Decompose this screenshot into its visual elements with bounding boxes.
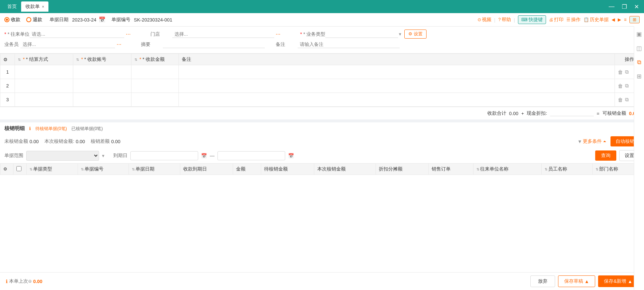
sidebar-icon-3[interactable]: ⧉ xyxy=(636,58,643,67)
sidebar-icon-1[interactable]: ▣ xyxy=(635,29,643,39)
col-checkbox-header[interactable] xyxy=(13,164,27,175)
tab-active[interactable]: 收款单 × xyxy=(21,1,48,12)
restore-button[interactable]: ❐ xyxy=(620,3,629,11)
biz-type-input[interactable]: 预收款 xyxy=(325,31,398,38)
cell-account-1[interactable] xyxy=(73,65,131,79)
cell-account-3[interactable] xyxy=(73,93,131,107)
sidebar-icon-2[interactable]: ◫ xyxy=(635,43,643,53)
discount-input[interactable] xyxy=(550,110,594,116)
layout-btn[interactable]: ≡ xyxy=(624,17,627,22)
biz-type-label: * 业务类型 xyxy=(300,31,325,38)
select-all-checkbox[interactable] xyxy=(16,166,21,171)
table-row: 1 🗑 ⧉ xyxy=(0,65,644,79)
video-link[interactable]: ⊙ 视频 xyxy=(478,16,491,23)
col-gear-bottom[interactable]: ⚙ xyxy=(0,164,13,175)
this-reconcile-val: 0.00 xyxy=(76,139,85,144)
nav-left-btn[interactable]: ◀ xyxy=(612,17,615,22)
doc-no-value: SK-20230324-001 xyxy=(134,17,173,23)
receipt-table: ⚙ ⇅ * 结算方式 ⇅ * 收款账号 ⇅ * 收款金额 xyxy=(0,54,644,107)
radio-refund-label: 退款 xyxy=(33,16,42,23)
cell-settlement-2[interactable] xyxy=(15,79,73,93)
radio-refund-circle xyxy=(26,17,31,22)
row-num-1: 1 xyxy=(0,65,15,79)
col-counterpart-header: ⇅往来单位名称 xyxy=(474,164,542,175)
toolbar-row: 收款 退款 单据日期 2023-03-24 📅 单据编号 SK-20230324… xyxy=(0,13,644,27)
radio-refund[interactable]: 退款 xyxy=(26,16,42,23)
sidebar-icon-4[interactable]: ⊞ xyxy=(635,71,643,81)
due-date-start-calendar-icon[interactable]: 📅 xyxy=(201,153,207,158)
reconcile-header: 核销明细 ℹ 待核销单据(0笔) 已核销单据(0笔) xyxy=(0,122,644,135)
salesperson-input[interactable] xyxy=(20,41,115,48)
col-this-header: 本次核销金额 xyxy=(314,164,376,175)
salesperson-more-btn[interactable]: ··· xyxy=(117,41,121,48)
history-link[interactable]: 📋 历史单据 xyxy=(584,16,609,23)
tab-home[interactable]: 首页 xyxy=(3,1,21,12)
tab-close-button[interactable]: × xyxy=(42,4,44,9)
doc-date-value: 2023-03-24 xyxy=(72,17,97,23)
print-link[interactable]: 🖨 打印 xyxy=(549,16,564,23)
nav-right-btn[interactable]: ▶ xyxy=(618,17,621,22)
reconcile-info-icon[interactable]: ℹ xyxy=(29,126,31,131)
delete-row-2-icon[interactable]: 🗑 xyxy=(618,83,623,89)
summary-input[interactable] xyxy=(163,41,265,48)
counterpart-label: * 往来单位 xyxy=(4,31,30,38)
cell-amount-1[interactable] xyxy=(131,65,179,79)
pending-tag[interactable]: 待核销单据(0笔) xyxy=(35,126,67,132)
query-button[interactable]: 查询 xyxy=(595,150,616,161)
copy-row-1-icon[interactable]: ⧉ xyxy=(625,69,629,75)
delete-row-3-icon[interactable]: 🗑 xyxy=(618,97,623,103)
col-employee-header: ⇅员工名称 xyxy=(541,164,593,175)
stat-this-reconcile: 本次核销金额: 0.00 xyxy=(44,138,85,145)
range-label: 单据范围 xyxy=(4,152,23,159)
cell-amount-2[interactable] xyxy=(131,79,179,93)
right-sidebar: ▣ ◫ ⧉ ⊞ xyxy=(634,26,644,290)
abandon-button[interactable]: 放弃 xyxy=(530,275,555,287)
done-tag[interactable]: 已核销单据(0笔) xyxy=(71,126,103,132)
cell-account-2[interactable] xyxy=(73,79,131,93)
more-conditions-chevron xyxy=(603,141,606,142)
table-row: 2 🗑 ⧉ xyxy=(0,79,644,93)
store-label: 门店 xyxy=(150,31,172,38)
cell-remark-3[interactable] xyxy=(179,93,615,107)
col-gear[interactable]: ⚙ xyxy=(0,54,15,65)
store-input[interactable] xyxy=(172,31,274,38)
counterpart-more-btn[interactable]: ··· xyxy=(126,31,130,38)
tab-bar: 首页 收款单 × — ❐ ✕ xyxy=(0,0,644,13)
minimize-button[interactable]: — xyxy=(606,3,617,11)
cell-settlement-1[interactable] xyxy=(15,65,73,79)
more-conditions-btn[interactable]: ▼ 更多条件 xyxy=(577,138,606,145)
delete-row-1-icon[interactable]: 🗑 xyxy=(618,69,623,75)
due-date-start[interactable]: 2022-04-01 xyxy=(130,151,198,160)
settings-button[interactable]: ⚙ 设置 xyxy=(404,30,426,39)
radio-receive[interactable]: 收款 xyxy=(4,16,20,23)
cell-remark-2[interactable] xyxy=(179,79,615,93)
due-date-end-calendar-icon[interactable]: 📅 xyxy=(288,153,294,158)
counterpart-input[interactable] xyxy=(30,31,124,38)
col-settlement-header: ⇅ * 结算方式 xyxy=(15,54,73,65)
col-remark-header: 备注 xyxy=(179,54,615,65)
color-btn[interactable]: ⊞ xyxy=(629,16,640,23)
cell-remark-1[interactable] xyxy=(179,65,615,79)
col-date-header: ⇅单据日期 xyxy=(129,164,180,175)
copy-row-3-icon[interactable]: ⧉ xyxy=(625,97,629,103)
shortcut-btn[interactable]: ⌨ 快捷键 xyxy=(518,15,546,24)
per-page-val: 0.00 xyxy=(33,279,42,284)
range-select[interactable] xyxy=(26,151,99,161)
help-link[interactable]: ? 帮助 xyxy=(498,16,511,23)
remark-input[interactable] xyxy=(298,41,400,48)
doc-date-label: 单据日期 xyxy=(50,16,68,23)
due-date-end[interactable]: 2022-04-12 xyxy=(217,151,285,160)
operation-link[interactable]: ☰ 操作 xyxy=(566,16,581,23)
copy-row-2-icon[interactable]: ⧉ xyxy=(625,83,629,89)
table-section: ⚙ ⇅ * 结算方式 ⇅ * 收款账号 ⇅ * 收款金额 xyxy=(0,53,644,107)
calendar-icon[interactable]: 📅 xyxy=(99,16,106,23)
cell-settlement-3[interactable] xyxy=(15,93,73,107)
save-new-button[interactable]: 保存&新增 ▲ xyxy=(598,275,638,287)
save-draft-button[interactable]: 保存草稿 ▲ xyxy=(558,275,596,287)
discount-label: 现金折扣: xyxy=(527,110,547,117)
close-window-button[interactable]: ✕ xyxy=(632,3,641,11)
store-more-btn[interactable]: ··· xyxy=(276,31,280,38)
cell-amount-3[interactable] xyxy=(131,93,179,107)
salesperson-label: 业务员 xyxy=(4,41,20,48)
biz-type-arrow[interactable]: ▾ xyxy=(399,31,401,37)
